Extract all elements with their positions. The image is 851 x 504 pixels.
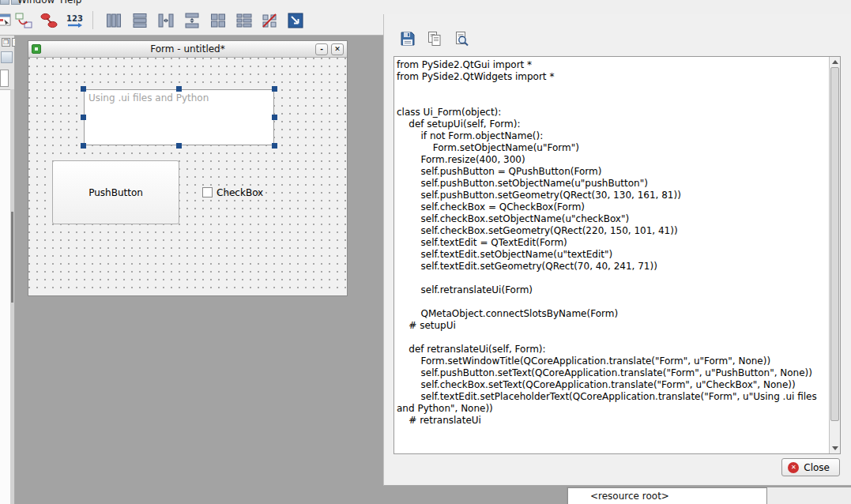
- form-window-titlebar[interactable]: Form - untitled* - ✕: [28, 41, 347, 58]
- scrollbar-thumb[interactable]: [830, 67, 839, 421]
- menubar-fragment-icon: [0, 0, 9, 5]
- menu-window[interactable]: Window: [17, 0, 55, 6]
- edit-signals-slots-button[interactable]: [14, 11, 33, 30]
- code-scrollbar[interactable]: [829, 57, 840, 453]
- close-circle-icon: ✕: [788, 462, 799, 473]
- layout-vertical-icon: [131, 12, 149, 29]
- svg-text:123: 123: [66, 14, 83, 23]
- resource-tree[interactable]: <resource root>: [567, 487, 767, 504]
- code-view[interactable]: from PySide2.QtGui import * from PySide2…: [393, 56, 841, 454]
- edit-tab-order-icon: 123: [66, 12, 83, 29]
- float-icon: ❐: [3, 39, 9, 46]
- layout-vertically-button[interactable]: [130, 11, 149, 30]
- scroll-up-button[interactable]: [830, 57, 840, 67]
- code-text[interactable]: from PySide2.QtGui import * from PySide2…: [394, 57, 829, 453]
- widget-box-list[interactable]: [0, 89, 10, 504]
- layout-horizontally-button[interactable]: [104, 11, 123, 30]
- code-preview-dialog: from PySide2.QtGui import * from PySide2…: [383, 14, 851, 486]
- form-minimize-button[interactable]: -: [315, 43, 328, 55]
- arrow-up-icon: [832, 60, 838, 64]
- adjust-size-button[interactable]: [286, 11, 305, 30]
- checkbox-label: CheckBox: [217, 187, 263, 198]
- selection-handle[interactable]: [81, 115, 86, 120]
- form-canvas[interactable]: Using .ui files and Python PushButton Ch…: [28, 58, 347, 295]
- layout-form-button[interactable]: [235, 11, 254, 30]
- edit-widgets-button[interactable]: [0, 11, 13, 30]
- widget-box-dock: ❐ ✕: [0, 35, 15, 504]
- textedit-placeholder: Using .ui files and Python: [88, 92, 209, 103]
- form-editor-window[interactable]: Form - untitled* - ✕ Using .ui files and…: [28, 40, 348, 296]
- edit-signals-slots-icon: [15, 12, 32, 29]
- layout-horizontal-icon: [105, 12, 122, 29]
- copy-button[interactable]: [425, 29, 444, 48]
- menu-help[interactable]: Help: [60, 0, 81, 6]
- widget-box-filter-input[interactable]: [0, 70, 9, 87]
- copy-icon: [427, 31, 442, 47]
- edit-tab-order-button[interactable]: 123: [65, 11, 84, 30]
- save-button[interactable]: [398, 29, 417, 48]
- resource-root-item[interactable]: <resource root>: [590, 491, 669, 502]
- selection-handle[interactable]: [81, 86, 86, 92]
- selection-handle[interactable]: [81, 143, 86, 149]
- selection-handle[interactable]: [272, 86, 277, 92]
- layout-vertical-splitter-button[interactable]: [183, 11, 201, 30]
- checkbox-indicator[interactable]: [202, 187, 213, 197]
- find-button[interactable]: [452, 29, 471, 48]
- break-layout-icon: [261, 12, 278, 29]
- checkbox-widget[interactable]: CheckBox: [202, 176, 282, 209]
- form-window-title: Form - untitled*: [28, 43, 347, 55]
- selection-handle[interactable]: [176, 143, 182, 149]
- save-icon: [400, 31, 416, 47]
- selection-handle[interactable]: [176, 86, 182, 92]
- edit-buddies-button[interactable]: [40, 11, 58, 30]
- layout-horizontal-splitter-icon: [157, 12, 175, 29]
- code-dialog-toolbar: [398, 29, 471, 48]
- resource-browser-dock: <resource root>: [567, 487, 851, 504]
- form-close-button[interactable]: ✕: [331, 43, 344, 55]
- widget-box-scrollbar[interactable]: [10, 89, 14, 504]
- edit-buddies-icon: [40, 12, 58, 29]
- find-icon: [454, 31, 469, 47]
- close-dialog-button[interactable]: ✕ Close: [781, 458, 840, 476]
- toolbar-separator: [92, 11, 93, 29]
- textedit-widget[interactable]: Using .ui files and Python: [84, 89, 274, 145]
- close-button-label: Close: [804, 462, 830, 473]
- menubar: Window Help: [0, 0, 851, 6]
- widget-box-mode-icon: [1, 51, 13, 63]
- layout-form-icon: [235, 12, 253, 29]
- scrollbar-thumb[interactable]: [11, 212, 13, 303]
- dock-float-button[interactable]: ❐: [2, 38, 10, 47]
- selection-handle[interactable]: [272, 143, 277, 149]
- layout-grid-button[interactable]: [209, 11, 228, 30]
- form-window-icon: [32, 44, 41, 54]
- layout-vertical-splitter-icon: [183, 12, 201, 29]
- break-layout-button[interactable]: [260, 11, 279, 30]
- scroll-down-button[interactable]: [830, 443, 840, 453]
- arrow-down-icon: [832, 446, 838, 450]
- qt-designer-app: Window Help: [0, 0, 851, 504]
- adjust-size-icon: [287, 12, 304, 29]
- selection-handle[interactable]: [272, 115, 277, 120]
- pushbutton-widget[interactable]: PushButton: [52, 160, 179, 224]
- edit-widgets-icon: [0, 12, 13, 29]
- layout-horizontal-splitter-button[interactable]: [156, 11, 175, 30]
- layout-grid-icon: [209, 12, 227, 29]
